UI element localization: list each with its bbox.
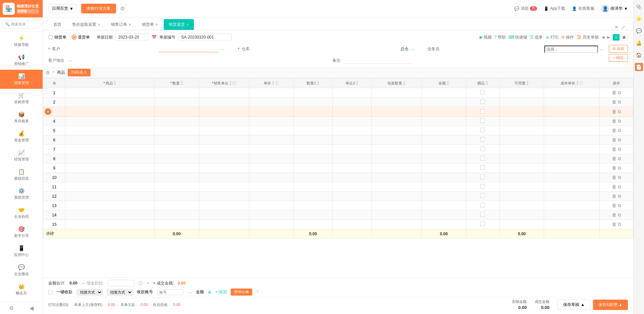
gift-checkbox[interactable] — [480, 165, 485, 170]
row-cost-cell[interactable] — [544, 88, 600, 98]
row-unit2[interactable] — [332, 220, 371, 229]
row-unit[interactable] — [199, 98, 249, 107]
search-menu-button[interactable]: 🔍 搜索菜单 — [2, 20, 41, 28]
row-pack[interactable] — [372, 154, 422, 164]
row-unit[interactable] — [199, 201, 249, 210]
list-view-btn[interactable]: ≡ — [613, 34, 620, 41]
calculation-select[interactable]: 结算方式 — [107, 289, 133, 296]
row-unit[interactable] — [199, 210, 249, 220]
row-qty[interactable] — [154, 117, 199, 126]
row-price[interactable] — [249, 154, 293, 164]
row-amount[interactable] — [422, 126, 466, 135]
col-settings[interactable]: ⚙ — [43, 78, 65, 88]
row-pack[interactable] — [372, 192, 422, 201]
delete-row-icon[interactable]: 🗑 — [612, 184, 616, 190]
sidebar-item-operation[interactable]: 📈 经营管理 — [0, 146, 43, 165]
row-unit[interactable] — [199, 192, 249, 201]
row-cost-cell[interactable] — [544, 98, 600, 107]
warehouse-dots-btn[interactable]: ··· — [410, 47, 414, 52]
row-unit2[interactable] — [332, 135, 371, 145]
breadcrumb-select[interactable]: 日用百货 ▼ — [48, 4, 77, 13]
copy-row-icon[interactable]: ⧉ — [618, 193, 621, 199]
row-qty2[interactable] — [293, 182, 332, 192]
tab-home[interactable]: 首页 — [48, 19, 66, 30]
row-gift-cell[interactable] — [466, 126, 500, 135]
row-amount[interactable] — [422, 164, 466, 173]
online-service-action[interactable]: 👤 在线客服 — [572, 6, 594, 11]
row-price[interactable] — [249, 210, 293, 220]
row-unit2[interactable] — [332, 154, 371, 164]
tab-close-icon[interactable]: ✕ — [98, 23, 100, 26]
row-qty[interactable] — [154, 145, 199, 154]
row-unit2[interactable] — [332, 117, 371, 126]
row-gift-cell[interactable] — [466, 201, 500, 210]
calendar-icon[interactable]: 📅 — [152, 35, 157, 40]
staff-input[interactable] — [544, 46, 598, 53]
gift-checkbox[interactable] — [480, 156, 485, 161]
copy-row-icon[interactable]: ⧉ — [618, 118, 621, 124]
row-gift-cell[interactable] — [466, 154, 500, 164]
gift-checkbox[interactable] — [480, 90, 485, 95]
radio-return-bill[interactable]: 退货单 — [72, 35, 90, 40]
mini-btn-5[interactable]: 🏠 — [635, 51, 643, 59]
sidebar-item-wechat[interactable]: 💬 企业微信 — [0, 261, 43, 280]
delete-row-icon[interactable]: 🗑 — [612, 99, 616, 105]
row-amount[interactable] — [422, 88, 466, 98]
sidebar-item-enterprise[interactable]: 🤝 企业协同 — [0, 203, 43, 223]
copy-row-icon[interactable]: ⧉ — [618, 90, 621, 96]
row-pack[interactable] — [372, 117, 422, 126]
help-btn[interactable]: ? 帮助 — [494, 35, 506, 40]
tab-sales[interactable]: 销货单 ✕ — [137, 19, 163, 30]
copy-row-icon[interactable]: ⧉ — [618, 222, 621, 227]
row-product-cell[interactable] — [65, 154, 155, 164]
row-product-cell[interactable] — [65, 145, 155, 154]
row-gift-cell[interactable] — [466, 107, 500, 117]
copy-row-icon[interactable]: ⧉ — [618, 212, 621, 218]
sidebar-search-area[interactable]: 🔍 搜索菜单 — [0, 17, 43, 32]
sidebar-item-vip[interactable]: 👑 畅会员 — [0, 280, 43, 299]
delete-row-icon[interactable]: 🗑 — [612, 118, 616, 124]
customer-input[interactable] — [159, 46, 219, 52]
delete-row-icon[interactable]: 🗑 — [612, 146, 616, 152]
collapse-btn[interactable]: ◀ — [30, 305, 34, 311]
bill-number-input[interactable] — [178, 34, 232, 41]
copy-row-icon[interactable]: ⧉ — [618, 137, 621, 143]
sidebar-item-finance[interactable]: 💰 资金管理 — [0, 127, 43, 146]
remark-input[interactable] — [344, 57, 412, 64]
video-btn[interactable]: ▶ 视频 — [480, 35, 492, 40]
row-cost-cell[interactable] — [544, 192, 600, 201]
row-cost-cell[interactable] — [544, 154, 600, 164]
delete-row-icon[interactable]: 🗑 — [612, 156, 616, 162]
copy-row-icon[interactable]: ⧉ — [618, 165, 621, 171]
row-avail-cell[interactable] — [499, 164, 544, 173]
row-avail-cell[interactable] — [499, 145, 544, 154]
add-row-btn[interactable]: + — [45, 108, 51, 115]
row-avail-cell[interactable] — [499, 135, 544, 145]
row-qty2[interactable] — [293, 164, 332, 173]
row-unit2[interactable] — [332, 107, 371, 117]
sidebar-item-marketing[interactable]: 📢 营销推广 — [0, 51, 43, 70]
row-qty[interactable] — [154, 220, 199, 229]
settlement-select[interactable]: 结算方式 — [76, 289, 103, 296]
radio-sales-bill[interactable]: 销货单 — [48, 35, 66, 40]
mini-btn-2[interactable]: ⭐ — [635, 15, 643, 23]
row-price[interactable] — [249, 182, 293, 192]
copy-row-icon[interactable]: ⧉ — [618, 184, 621, 190]
settings-gear-icon[interactable]: ⚙ — [120, 5, 125, 12]
row-unit[interactable] — [199, 126, 249, 135]
copy-row-icon[interactable]: ⧉ — [618, 175, 621, 180]
row-amount[interactable] — [422, 173, 466, 182]
app-download-action[interactable]: 📱 App下载 — [544, 6, 565, 11]
row-amount[interactable] — [422, 154, 466, 164]
delete-row-icon[interactable]: 🗑 — [612, 212, 616, 218]
row-cost-cell[interactable] — [544, 164, 600, 173]
expand-window-button[interactable]: ⤢ — [621, 24, 625, 30]
gift-checkbox[interactable] — [480, 146, 485, 151]
row-qty2[interactable] — [293, 126, 332, 135]
row-amount[interactable] — [422, 98, 466, 107]
delete-row-icon[interactable]: 🗑 — [612, 193, 616, 199]
scan-input-button[interactable]: 扫码录入 — [68, 69, 91, 76]
row-cost-cell[interactable] — [544, 173, 600, 182]
grid-view-btn[interactable]: ⊞ — [620, 34, 628, 41]
operate-btn[interactable]: ⚙ 操作 — [561, 35, 574, 40]
